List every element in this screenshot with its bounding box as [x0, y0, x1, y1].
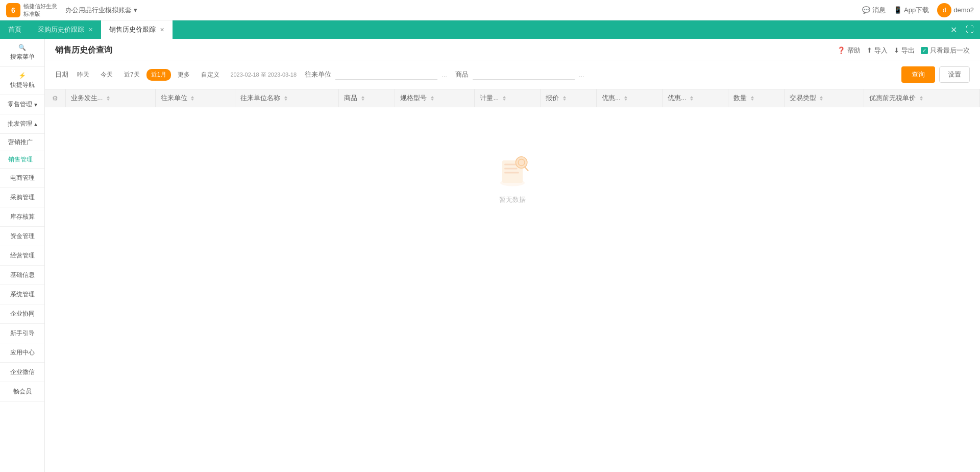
- col-partner-code[interactable]: 往来单位: [155, 89, 235, 107]
- date-btn-yesterday[interactable]: 昨天: [72, 69, 94, 81]
- partner-label: 往来单位: [305, 70, 331, 79]
- sidebar: 🔍 搜索菜单 ⚡ 快捷导航 零售管理 ▾ 批发管理 ▴ 营销推广 销售管理 电商…: [0, 39, 45, 472]
- sidebar-item-purchase[interactable]: 采购管理: [0, 188, 44, 207]
- date-btn-more[interactable]: 更多: [173, 69, 194, 81]
- sidebar-item-ecommerce[interactable]: 电商管理: [0, 169, 44, 188]
- maximize-btn[interactable]: ⛶: [964, 23, 976, 36]
- sort-arrows-unit: [503, 96, 506, 101]
- logo-icon: 6: [6, 3, 20, 17]
- sidebar-item-enterprise[interactable]: 企业协同: [0, 304, 44, 324]
- sort-arrows-pretax-price: [920, 96, 923, 101]
- top-bar-left: 6 畅捷信好生意 标准版 办公用品行业模拟账套 ▾: [6, 3, 141, 17]
- sort-arrows-quantity: [751, 96, 754, 101]
- col-price[interactable]: 报价: [541, 89, 597, 107]
- svg-rect-3: [504, 168, 518, 169]
- workspace-selector[interactable]: 办公用品行业模拟账套 ▾: [61, 4, 141, 17]
- product-filter-group: 商品 ...: [455, 69, 584, 80]
- message-icon: 💬: [862, 6, 870, 14]
- sort-arrows-product: [361, 96, 364, 101]
- sort-arrows-price: [563, 96, 566, 101]
- svg-point-5: [516, 157, 527, 168]
- sidebar-item-system[interactable]: 系统管理: [0, 285, 44, 304]
- col-trade-type[interactable]: 交易类型: [784, 89, 864, 107]
- sidebar-item-search[interactable]: 🔍 搜索菜单: [0, 39, 44, 67]
- col-spec[interactable]: 规格型号: [395, 89, 474, 107]
- tabs-bar-right: ✕ ⛶: [947, 20, 980, 39]
- date-filter-group: 日期 昨天 今天 近7天 近1月 更多 自定义 2023-02-18 至 202…: [55, 69, 297, 81]
- query-button[interactable]: 查询: [901, 66, 935, 83]
- sidebar-item-basic-info[interactable]: 基础信息: [0, 266, 44, 285]
- product-input[interactable]: [473, 69, 575, 80]
- tab-sales-history[interactable]: 销售历史价跟踪 ✕: [101, 20, 173, 39]
- chevron-down-icon: ▾: [134, 6, 137, 14]
- help-btn[interactable]: ❓ 帮助: [837, 46, 861, 55]
- product-label: 商品: [455, 70, 469, 79]
- empty-state: 暂无数据: [45, 107, 980, 245]
- empty-text: 暂无数据: [499, 195, 526, 204]
- app-download-icon: 📱: [894, 6, 902, 14]
- export-btn[interactable]: ⬇ 导出: [894, 46, 915, 55]
- col-unit[interactable]: 计量...: [475, 89, 541, 107]
- settings-button[interactable]: 设置: [939, 66, 970, 83]
- col-quantity[interactable]: 数量: [728, 89, 785, 107]
- action-buttons: 查询 设置: [901, 66, 970, 83]
- page-header-actions: ❓ 帮助 ⬆ 导入 ⬇ 导出 ✓ 只看最后一次: [837, 46, 970, 55]
- date-range-text: 2023-02-18 至 2023-03-18: [230, 71, 297, 79]
- svg-line-7: [525, 167, 528, 171]
- sidebar-item-finance[interactable]: 资金管理: [0, 227, 44, 246]
- sidebar-item-sales-mgmt[interactable]: 销售管理: [0, 151, 44, 169]
- sidebar-item-enterprise-wechat[interactable]: 企业微信: [0, 363, 44, 382]
- sort-arrows-discount1: [624, 96, 627, 101]
- col-pretax-price[interactable]: 优惠前无税单价: [864, 89, 980, 107]
- sidebar-item-operations[interactable]: 经营管理: [0, 246, 44, 266]
- logo-area: 6 畅捷信好生意 标准版: [6, 3, 57, 17]
- sidebar-item-shortcuts[interactable]: ⚡ 快捷导航: [0, 67, 44, 95]
- top-bar-right: 💬 消息 📱 App下载 d demo2: [862, 3, 974, 17]
- data-table: ⚙ 业务发生... 往来单位: [45, 89, 980, 107]
- partner-filter-group: 往来单位 ...: [305, 69, 447, 80]
- sidebar-item-guide[interactable]: 新手引导: [0, 324, 44, 343]
- close-all-tabs-btn[interactable]: ✕: [947, 23, 960, 36]
- sort-arrows-partner-name: [284, 96, 287, 101]
- date-btn-custom[interactable]: 自定义: [197, 69, 224, 81]
- partner-dots: ...: [442, 71, 447, 79]
- table-settings-col[interactable]: ⚙: [45, 89, 65, 107]
- sidebar-item-inventory[interactable]: 库存核算: [0, 207, 44, 227]
- tab-purchase-history[interactable]: 采购历史价跟踪 ✕: [30, 20, 101, 39]
- page-header: 销售历史价查询 ❓ 帮助 ⬆ 导入 ⬇ 导出 ✓ 只看最后一次: [45, 39, 980, 60]
- sidebar-item-app-center[interactable]: 应用中心: [0, 343, 44, 363]
- tab-home[interactable]: 首页: [0, 20, 30, 39]
- table-container: ⚙ 业务发生... 往来单位: [45, 89, 980, 472]
- avatar: d: [937, 3, 951, 17]
- user-menu[interactable]: d demo2: [937, 3, 974, 17]
- date-btn-1month[interactable]: 近1月: [146, 69, 172, 81]
- sidebar-item-wholesale[interactable]: 批发管理 ▴: [0, 114, 44, 134]
- top-bar: 6 畅捷信好生意 标准版 办公用品行业模拟账套 ▾ 💬 消息 📱 App下载 d…: [0, 0, 980, 20]
- close-tab-purchase[interactable]: ✕: [88, 27, 93, 33]
- date-options: 昨天 今天 近7天 近1月 更多 自定义: [72, 69, 224, 81]
- page-title: 销售历史价查询: [55, 45, 112, 56]
- main-layout: 🔍 搜索菜单 ⚡ 快捷导航 零售管理 ▾ 批发管理 ▴ 营销推广 销售管理 电商…: [0, 39, 980, 472]
- sort-arrows-discount2: [690, 96, 693, 101]
- sidebar-item-member[interactable]: 畅会员: [0, 382, 44, 402]
- col-discount1[interactable]: 优惠...: [596, 89, 662, 107]
- date-btn-today[interactable]: 今天: [96, 69, 117, 81]
- close-tab-sales[interactable]: ✕: [160, 27, 164, 33]
- col-discount2[interactable]: 优惠...: [663, 89, 728, 107]
- sidebar-item-retail[interactable]: 零售管理 ▾: [0, 95, 44, 114]
- col-date[interactable]: 业务发生...: [65, 89, 155, 107]
- logo-text: 畅捷信好生意 标准版: [23, 3, 57, 17]
- partner-input[interactable]: [335, 69, 437, 80]
- date-btn-7days[interactable]: 近7天: [119, 69, 144, 81]
- app-download-btn[interactable]: 📱 App下载: [894, 6, 929, 15]
- sort-arrows-spec: [431, 96, 434, 101]
- last-only-toggle[interactable]: ✓ 只看最后一次: [921, 46, 970, 55]
- sidebar-item-marketing[interactable]: 营销推广: [0, 134, 44, 151]
- col-partner-name[interactable]: 往来单位名称: [235, 89, 338, 107]
- search-icon: 🔍: [18, 44, 26, 51]
- checkbox-icon: ✓: [921, 47, 928, 54]
- message-btn[interactable]: 💬 消息: [862, 6, 886, 15]
- import-btn[interactable]: ⬆ 导入: [867, 46, 888, 55]
- shortcuts-icon: ⚡: [18, 72, 26, 79]
- col-product[interactable]: 商品: [339, 89, 395, 107]
